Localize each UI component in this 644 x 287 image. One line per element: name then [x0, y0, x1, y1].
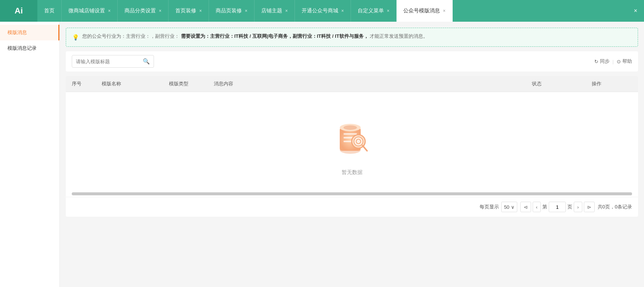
table-col-action: 操作 — [586, 76, 638, 92]
sidebar-item-template-message-log[interactable]: 模版消息记录 — [0, 40, 59, 56]
content-area: 💡 您的公众号行业为：主营行业：，副营行业： 需要设置为：主营行业：IT科技 /… — [60, 22, 644, 287]
table-col-type: 模版类型 — [163, 76, 208, 92]
empty-icon — [328, 115, 376, 163]
page-size-label: 每页显示 — [480, 204, 499, 210]
sync-icon: ↻ — [594, 59, 598, 64]
total-info: 共0页，0条记录 — [598, 204, 632, 210]
tab-close-category[interactable]: × — [159, 8, 161, 13]
tab-home[interactable]: 首页 — [37, 0, 62, 22]
tab-home-deco[interactable]: 首页装修× — [169, 0, 209, 22]
notice-icon: 💡 — [72, 33, 79, 42]
pagination-row: 每页显示 50 ∨ ⊲ ‹ 第 页 › ⊳ 共0页，0条记录 — [66, 197, 638, 217]
table-header: 序号模版名称模版类型消息内容状态操作 — [66, 76, 638, 92]
tab-close-template-msg[interactable]: × — [443, 8, 446, 13]
tab-label: 首页 — [44, 7, 55, 14]
help-button[interactable]: ⊙ 帮助 — [617, 58, 632, 65]
sync-button[interactable]: ↻ 同步 — [594, 58, 610, 65]
page-suffix: 页 — [567, 204, 572, 210]
prev-page-button[interactable]: ‹ — [533, 202, 541, 212]
tab-label: 首页装修 — [175, 7, 196, 14]
notice-highlight: 需要设置为：主营行业：IT科技 / 互联网|电子商务，副营行业：IT科技 / I… — [181, 33, 369, 39]
current-page-input[interactable] — [549, 202, 566, 212]
tab-label: 店铺主题 — [261, 7, 282, 14]
tab-product-deco[interactable]: 商品页装修× — [209, 0, 255, 22]
search-bar: 🔍 ↻ 同步 | ⊙ 帮助 — [66, 51, 638, 71]
tab-label: 自定义菜单 — [358, 7, 384, 14]
next-page-button[interactable]: › — [574, 202, 582, 212]
table-scrollbar[interactable] — [66, 191, 638, 197]
first-page-button[interactable]: ⊲ — [520, 202, 531, 212]
table-col-status: 状态 — [526, 76, 586, 92]
page-size-dropdown[interactable]: 50 ∨ — [501, 202, 517, 212]
page-nav: ⊲ ‹ 第 页 › ⊳ — [520, 202, 595, 212]
sidebar-item-template-message[interactable]: 模版消息 — [0, 25, 59, 40]
search-input[interactable] — [76, 59, 143, 64]
tab-close-shop-theme[interactable]: × — [285, 8, 288, 13]
svg-point-8 — [354, 137, 363, 146]
empty-state: 暂无数据 — [66, 92, 638, 191]
dropdown-icon: ∨ — [511, 204, 515, 210]
table-col-name: 模版名称 — [96, 76, 163, 92]
tab-close-custom-menu[interactable]: × — [387, 8, 389, 13]
toolbar-right: ↻ 同步 | ⊙ 帮助 — [594, 58, 632, 65]
tab-close-micro-shop[interactable]: × — [108, 8, 111, 13]
scrollbar-thumb — [72, 192, 632, 195]
tab-label: 商品页装修 — [216, 7, 242, 14]
empty-text: 暂无数据 — [342, 169, 363, 176]
svg-point-3 — [343, 125, 357, 130]
tab-category[interactable]: 商品分类设置× — [118, 0, 169, 22]
tab-open-shop[interactable]: 开通公众号商城× — [295, 0, 351, 22]
last-page-button[interactable]: ⊳ — [584, 202, 595, 212]
search-input-wrap: 🔍 — [72, 55, 154, 68]
notice-banner: 💡 您的公众号行业为：主营行业：，副营行业： 需要设置为：主营行业：IT科技 /… — [66, 28, 638, 47]
toolbar-divider: | — [613, 59, 614, 64]
tab-close-home-deco[interactable]: × — [199, 8, 202, 13]
table-col-index: 序号 — [66, 76, 96, 92]
page-label: 第 — [542, 204, 547, 210]
scrollbar-track — [72, 192, 632, 195]
tab-label: 公众号模版消息 — [403, 7, 440, 14]
svg-line-9 — [363, 146, 367, 151]
tab-label: 微商城店铺设置 — [68, 7, 105, 14]
tab-bar: Ai 首页微商城店铺设置×商品分类设置×首页装修×商品页装修×店铺主题×开通公众… — [0, 0, 644, 22]
tab-close-open-shop[interactable]: × — [341, 8, 344, 13]
tab-template-msg[interactable]: 公众号模版消息× — [397, 0, 453, 22]
main-layout: 模版消息模版消息记录 💡 您的公众号行业为：主营行业：，副营行业： 需要设置为：… — [0, 22, 644, 287]
tab-shop-theme[interactable]: 店铺主题× — [255, 0, 295, 22]
tab-label: 商品分类设置 — [124, 7, 156, 14]
tab-bar-close-button[interactable]: × — [627, 7, 644, 14]
tab-close-product-deco[interactable]: × — [245, 8, 247, 13]
tab-label: 开通公众号商城 — [302, 7, 338, 14]
data-table: 序号模版名称模版类型消息内容状态操作 — [66, 76, 638, 217]
search-icon[interactable]: 🔍 — [143, 58, 150, 65]
svg-rect-4 — [343, 133, 357, 135]
app-logo: Ai — [0, 0, 37, 22]
table-col-content: 消息内容 — [208, 76, 526, 92]
page-size-select: 每页显示 50 ∨ — [480, 202, 517, 212]
notice-text: 您的公众号行业为：主营行业：，副营行业： 需要设置为：主营行业：IT科技 / 互… — [82, 33, 428, 40]
tab-custom-menu[interactable]: 自定义菜单× — [351, 0, 397, 22]
tab-micro-shop[interactable]: 微商城店铺设置× — [62, 0, 118, 22]
sidebar: 模版消息模版消息记录 — [0, 22, 60, 287]
help-icon: ⊙ — [617, 59, 621, 64]
